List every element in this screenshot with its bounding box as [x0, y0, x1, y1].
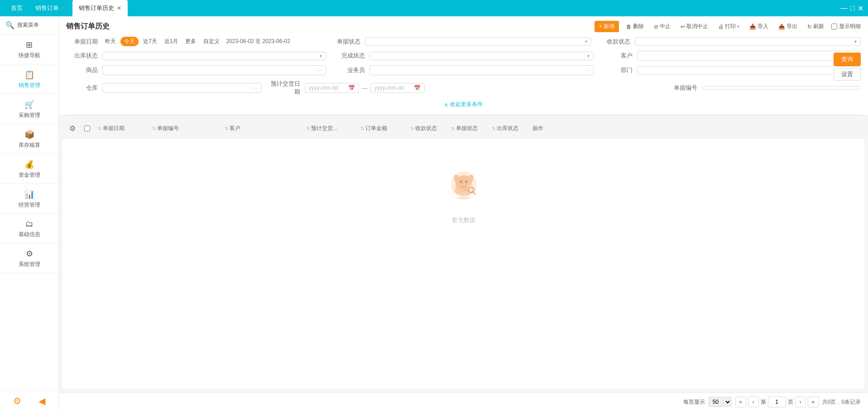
- cancel-stop-icon: ↩: [681, 24, 685, 30]
- tab-sales-order-history[interactable]: 销售订单历史 ✕: [72, 0, 128, 16]
- payment-status-arrow: ▾: [854, 39, 857, 44]
- dept-select[interactable]: ▾: [637, 66, 861, 75]
- sort-asc-icon: ⇅: [98, 126, 101, 131]
- sidebar-search[interactable]: 🔍 搜索菜单: [0, 16, 58, 34]
- sidebar-item-quick-nav[interactable]: ⊞ 快捷导航: [0, 34, 58, 64]
- tab-sales-order-close[interactable]: ✕: [62, 5, 66, 11]
- sidebar-item-base-info[interactable]: 🗂 基础信息: [0, 214, 58, 243]
- th-number[interactable]: ⇅ 单据编号: [149, 125, 221, 132]
- delivery-date-start[interactable]: yyyy-mm-dd 📅: [305, 83, 359, 93]
- product-input[interactable]: ···: [102, 65, 326, 75]
- out-status-select[interactable]: ▾: [102, 52, 326, 60]
- th-order-status-label: 单据状态: [456, 125, 478, 132]
- payment-status-select[interactable]: ▾: [635, 37, 861, 46]
- print-button[interactable]: 🖨 打印 ▾: [715, 21, 742, 32]
- date-tab-yesterday[interactable]: 昨天: [102, 37, 119, 46]
- pagination-controls: « ‹ 第 页 › »: [735, 396, 819, 407]
- close-btn[interactable]: ✕: [858, 4, 863, 13]
- page-size-select[interactable]: 20 50 100: [709, 397, 732, 407]
- next-page-btn[interactable]: ›: [795, 396, 806, 407]
- stop-label: 中止: [660, 23, 671, 30]
- sidebar-item-base-info-label: 基础信息: [19, 231, 40, 238]
- prev-page-btn[interactable]: ‹: [748, 396, 759, 407]
- select-all-input[interactable]: [84, 126, 90, 131]
- cancel-stop-button[interactable]: ↩ 取消中止: [678, 21, 711, 32]
- refresh-button[interactable]: ↻ 刷新: [805, 21, 827, 32]
- collapse-button[interactable]: ∧ 收起更多条件: [442, 99, 484, 110]
- stop-button[interactable]: ⊘ 中止: [651, 21, 673, 32]
- empty-text: 暂无数据: [452, 216, 475, 224]
- filter-settings-button[interactable]: 设置: [834, 68, 861, 81]
- sidebar-item-finance[interactable]: 💰 资金管理: [0, 154, 58, 184]
- date-tab-1month[interactable]: 近1月: [162, 37, 181, 46]
- th-payment-label: 收款状态: [415, 125, 437, 132]
- sidebar-item-sales-mgmt-label: 销售管理: [19, 82, 40, 89]
- delivery-start-text: yyyy-mm-dd: [309, 85, 338, 91]
- delete-label: 删除: [633, 23, 644, 30]
- tab-sales-order-history-close[interactable]: ✕: [117, 5, 121, 11]
- th-payment-status[interactable]: ⇅ 收款状态: [407, 125, 447, 132]
- sort-out-status-icon: ⇅: [492, 126, 495, 131]
- maximize-btn[interactable]: □: [850, 4, 855, 12]
- delivery-date-end[interactable]: yyyy-mm-dd 📅: [370, 83, 425, 93]
- tab-sales-order-label: 销售订单: [35, 4, 59, 12]
- salesperson-input[interactable]: ···: [369, 65, 593, 75]
- sidebar-item-inventory[interactable]: 📦 库存核算: [0, 124, 58, 154]
- customer-input[interactable]: ···: [637, 51, 861, 61]
- delete-button[interactable]: 🗑 删除: [623, 21, 647, 32]
- date-tab-custom[interactable]: 自定义: [201, 37, 222, 46]
- minimize-btn[interactable]: —: [840, 4, 848, 12]
- th-operation: 操作: [529, 125, 862, 132]
- tab-sales-order[interactable]: 销售订单 ✕: [29, 0, 72, 16]
- sidebar-item-ops-mgmt[interactable]: 📊 经营管理: [0, 184, 58, 214]
- warehouse-input[interactable]: ···: [102, 83, 261, 93]
- sidebar-item-sales-mgmt[interactable]: 📋 销售管理: [0, 64, 58, 94]
- product-label: 商品: [66, 66, 102, 74]
- th-customer[interactable]: ⇅ 客户: [221, 125, 302, 132]
- sidebar-collapse-icon[interactable]: ◀: [38, 396, 45, 406]
- import-button[interactable]: 📥 导入: [747, 21, 771, 32]
- show-detail-checkbox[interactable]: 显示明细: [831, 23, 861, 30]
- page-number-input[interactable]: [768, 396, 786, 407]
- first-page-btn[interactable]: «: [735, 396, 746, 407]
- import-icon: 📥: [749, 24, 756, 30]
- th-out-status[interactable]: ⇅ 出库状态: [488, 125, 529, 132]
- show-detail-input[interactable]: [831, 24, 837, 29]
- date-tab-today[interactable]: 今天: [120, 37, 139, 46]
- dept-label: 部门: [601, 66, 637, 74]
- order-status-select[interactable]: ▾: [365, 37, 591, 46]
- table-settings-icon[interactable]: ⚙: [65, 124, 80, 133]
- table-area: ⚙ ⇅ 单据日期 ⇅ 单据编号 ⇅ 客户 ⇅ 预计交货.: [62, 119, 864, 389]
- svg-point-3: [460, 180, 462, 183]
- complete-status-select[interactable]: ▾: [369, 52, 593, 60]
- export-button[interactable]: 📤 导出: [776, 21, 800, 32]
- th-date[interactable]: ⇅ 单据日期: [94, 125, 149, 132]
- sort-amount-icon: ⇅: [360, 126, 364, 131]
- print-arrow-icon: ▾: [737, 24, 739, 29]
- sidebar-item-purchase-mgmt[interactable]: 🛒 采购管理: [0, 94, 58, 124]
- query-button[interactable]: 查询: [834, 53, 861, 66]
- order-no-input[interactable]: [702, 86, 861, 90]
- th-order-status[interactable]: ⇅ 单据状态: [447, 125, 488, 132]
- th-amount[interactable]: ⇅ 订单金额: [357, 125, 407, 132]
- main-content: 销售订单历史 + 新增 🗑 删除 ⊘ 中止 ↩ 取消中止: [59, 16, 868, 411]
- purchase-mgmt-icon: 🛒: [24, 100, 34, 110]
- date-tab-7days[interactable]: 近7天: [140, 37, 160, 46]
- select-all-checkbox[interactable]: [80, 126, 94, 131]
- order-status-arrow: ▾: [585, 39, 587, 44]
- th-number-label: 单据编号: [157, 125, 179, 132]
- quick-nav-icon: ⊞: [26, 40, 33, 50]
- th-delivery[interactable]: ⇅ 预计交货...: [302, 125, 357, 132]
- new-button[interactable]: + 新增: [595, 21, 619, 32]
- sidebar-item-sys-mgmt[interactable]: ⚙ 系统管理: [0, 243, 58, 273]
- th-operation-label: 操作: [532, 125, 543, 132]
- last-page-btn[interactable]: »: [808, 396, 819, 407]
- date-tab-more[interactable]: 更多: [182, 37, 199, 46]
- out-status-arrow: ▾: [320, 53, 322, 58]
- export-label: 导出: [786, 23, 797, 30]
- th-date-label: 单据日期: [103, 125, 125, 132]
- tab-home[interactable]: 首页: [5, 4, 29, 12]
- sidebar-settings-icon[interactable]: ⚙: [13, 396, 21, 406]
- search-icon: 🔍: [5, 21, 14, 29]
- sidebar-item-sys-mgmt-label: 系统管理: [19, 261, 40, 268]
